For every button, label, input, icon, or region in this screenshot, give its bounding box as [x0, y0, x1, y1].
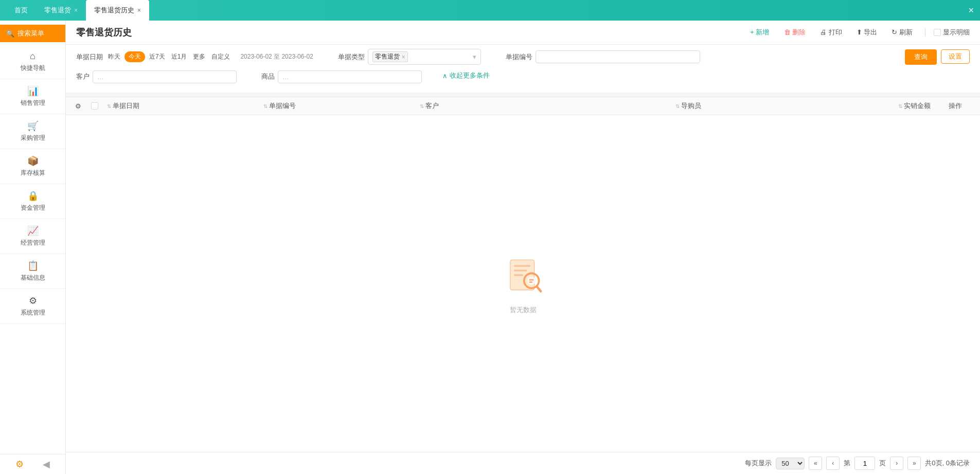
svg-rect-1 [514, 265, 530, 267]
th-settings[interactable]: ⚙ [70, 102, 86, 110]
sidebar-item-label: 销售管理 [21, 99, 45, 107]
total-text: 共0页, 0条记录 [925, 459, 970, 468]
svg-rect-8 [529, 281, 532, 282]
sort-icon: ⇅ [107, 103, 111, 109]
customer-placeholder: … [97, 73, 104, 81]
date-btn-yesterday[interactable]: 昨天 [106, 51, 122, 62]
sidebar-search[interactable]: 🔍 搜索菜单 [0, 25, 65, 42]
system-icon: ⚙ [27, 295, 39, 306]
date-btn-1month[interactable]: 近1月 [169, 51, 189, 62]
export-button[interactable]: ⬆ 导出 [852, 26, 882, 39]
filter-row-2: 客户 … 商品 … ∧ 收起更多条件 [76, 69, 970, 84]
filter-row-1: 单据日期 昨天 今天 近7天 近1月 更多 自定义 2023-06-02 至 2… [76, 49, 970, 65]
per-page-label: 每页显示 [745, 459, 772, 468]
add-button[interactable]: + 新增 [746, 26, 773, 39]
date-btn-7days[interactable]: 近7天 [147, 51, 167, 62]
print-button[interactable]: 🖨 打印 [816, 26, 846, 39]
table-container: ⚙ ⇅ 单据日期 ⇅ 单据编号 ⇅ 客户 ⇅ [66, 97, 980, 474]
chevron-up-icon: ∧ [442, 72, 448, 80]
date-btn-more[interactable]: 更多 [191, 51, 207, 62]
th-op-label: 操作 [949, 101, 962, 111]
empty-state-icon [500, 253, 546, 299]
page-unit: 页 [879, 459, 886, 468]
doc-type-label: 单据类型 [338, 52, 365, 62]
sidebar-item-label: 系统管理 [21, 308, 45, 317]
toolbar: + 新增 🗑 删除 🖨 打印 ⬆ 导出 ↻ 刷新 显示明细 [746, 26, 970, 39]
sidebar-item-sales-mgmt[interactable]: 📊 销售管理 [0, 79, 65, 114]
page-prev-button[interactable]: ‹ [826, 457, 840, 470]
date-btn-today[interactable]: 今天 [124, 51, 145, 62]
show-detail-checkbox[interactable]: 显示明细 [934, 28, 970, 37]
tab-retail-return-history[interactable]: 零售退货历史 × [86, 0, 149, 21]
goods-select[interactable]: … [278, 70, 422, 83]
query-button[interactable]: 查询 [905, 49, 937, 65]
refresh-button[interactable]: ↻ 刷新 [887, 26, 917, 39]
date-range-display: 2023-06-02 至 2023-06-02 [240, 52, 313, 61]
delete-button[interactable]: 🗑 删除 [780, 26, 810, 39]
sidebar: 🔍 搜索菜单 ⌂ 快捷导航 📊 销售管理 🛒 采购管理 📦 库存核算 🔒 资金管… [0, 21, 66, 474]
th-guide[interactable]: ⇅ 导购员 [671, 101, 803, 111]
page-number-input[interactable] [854, 457, 875, 470]
doc-type-tag: 零售退货 × [372, 51, 408, 62]
basic-info-icon: 📋 [27, 260, 39, 271]
svg-rect-3 [514, 274, 523, 276]
doc-no-input[interactable] [536, 50, 700, 63]
customer-label: 客户 [76, 72, 90, 81]
chevron-down-icon: ▾ [473, 53, 476, 61]
per-page-select[interactable]: 50 10 20 100 [776, 458, 805, 469]
tab-home[interactable]: 首页 [6, 0, 36, 21]
date-btn-custom[interactable]: 自定义 [209, 51, 232, 62]
date-range-text: 2023-06-02 至 2023-06-02 [240, 52, 313, 61]
tab-retail-return-close[interactable]: × [74, 7, 78, 14]
window-close-button[interactable]: × [968, 5, 974, 16]
svg-rect-7 [529, 279, 533, 280]
empty-state: 暂无数据 [66, 115, 980, 452]
th-doc-no-label: 单据编号 [269, 101, 296, 111]
tab-retail-return-history-label: 零售退货历史 [94, 6, 134, 15]
th-amount[interactable]: ⇅ 实销金额 [803, 101, 935, 111]
page-first-button[interactable]: « [809, 457, 822, 470]
th-date[interactable]: ⇅ 单据日期 [103, 101, 259, 111]
sidebar-item-finance[interactable]: 🔒 资金管理 [0, 184, 65, 219]
th-doc-no[interactable]: ⇅ 单据编号 [259, 101, 416, 111]
inventory-icon: 📦 [27, 155, 39, 167]
sidebar-item-inventory[interactable]: 📦 库存核算 [0, 149, 65, 184]
page-last-button[interactable]: » [907, 457, 921, 470]
settings-icon[interactable]: ⚙ [15, 459, 24, 470]
finance-icon: 🔒 [27, 190, 39, 202]
sidebar-search-label: 搜索菜单 [17, 29, 44, 38]
main-content: 零售退货历史 + 新增 🗑 删除 🖨 打印 ⬆ 导出 ↻ 刷新 显示明细 [66, 21, 980, 474]
sort-icon: ⇅ [675, 103, 680, 109]
sidebar-item-quick-nav[interactable]: ⌂ 快捷导航 [0, 44, 65, 79]
doc-type-tag-remove[interactable]: × [402, 53, 405, 61]
sidebar-item-label: 库存核算 [21, 169, 45, 177]
th-checkbox[interactable] [86, 102, 103, 110]
svg-point-5 [527, 276, 536, 284]
doc-type-select[interactable]: 零售退货 × ▾ [368, 49, 481, 65]
tab-retail-return-label: 零售退货 [44, 6, 71, 15]
sidebar-item-operations[interactable]: 📈 经营管理 [0, 219, 65, 254]
th-guide-label: 导购员 [681, 101, 701, 111]
setting-button[interactable]: 设置 [941, 49, 970, 64]
doc-type-selected-wrapper: 零售退货 × [372, 51, 408, 62]
sidebar-item-basic-info[interactable]: 📋 基础信息 [0, 254, 65, 289]
page-next-button[interactable]: › [890, 457, 903, 470]
tab-retail-return-history-close[interactable]: × [137, 7, 141, 14]
th-customer[interactable]: ⇅ 客户 [416, 101, 671, 111]
date-buttons: 昨天 今天 近7天 近1月 更多 自定义 [106, 51, 232, 62]
show-detail-label: 显示明细 [943, 28, 970, 37]
customer-select[interactable]: … [93, 70, 237, 83]
show-detail-checkbox-box [934, 29, 941, 36]
doc-type-filter: 单据类型 零售退货 × ▾ [338, 49, 481, 65]
th-amount-label: 实销金额 [904, 101, 931, 111]
goods-placeholder: … [282, 73, 289, 81]
layout: 🔍 搜索菜单 ⌂ 快捷导航 📊 销售管理 🛒 采购管理 📦 库存核算 🔒 资金管… [0, 21, 980, 474]
sort-icon: ⇅ [263, 103, 268, 109]
tab-retail-return[interactable]: 零售退货 × [36, 0, 86, 21]
top-bar: 首页 零售退货 × 零售退货历史 × × [0, 0, 980, 21]
collapse-button[interactable]: ∧ 收起更多条件 [442, 71, 490, 80]
sidebar-item-system-mgmt[interactable]: ⚙ 系统管理 [0, 289, 65, 324]
sidebar-item-purchase-mgmt[interactable]: 🛒 采购管理 [0, 114, 65, 149]
toggle-icon[interactable]: ◀ [43, 459, 50, 470]
sales-icon: 📊 [27, 85, 39, 97]
